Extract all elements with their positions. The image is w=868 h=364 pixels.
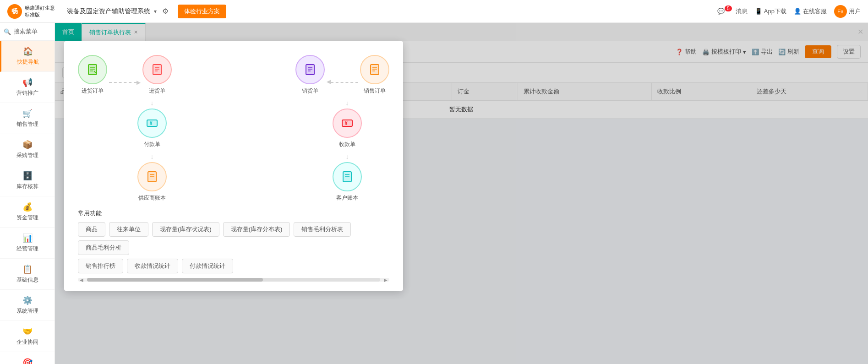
logo-symbol: 畅 (11, 7, 18, 16)
flow-node-supplier-ledger[interactable]: 供应商账本 (137, 162, 167, 202)
sidebar-item-quick-nav[interactable]: 🏠 快捷导航 (0, 41, 55, 72)
down-arrow-payment: ↓ (151, 99, 154, 107)
customer-ledger-circle (333, 162, 362, 191)
search-icon: 🔍 (4, 28, 11, 35)
payment-col: ↓ ¥ 付款单 (137, 99, 167, 148)
service-icon: 👤 (794, 8, 801, 15)
scrollbar-track[interactable] (87, 278, 380, 282)
purchase-bill-circle (142, 55, 172, 84)
arrow-purchase-order-to-bill: ▶ (109, 79, 141, 86)
common-functions-section: 常用功能 商品 往来单位 现存量(库存状况表) 现存量(库存分布表) 销售毛利分… (78, 209, 389, 273)
supplier-ledger-col: ↓ 供应商账本 (137, 153, 167, 202)
search-menu-item[interactable]: 🔍 搜索菜单 (0, 23, 55, 41)
down-arrow-receipt: ↓ (346, 99, 349, 107)
func-buttons-row1: 商品 往来单位 现存量(库存状况表) 现存量(库存分布表) 销售毛利分析表 商品… (78, 222, 389, 255)
receipt-col: ↓ ¥ 收款单 (333, 99, 362, 148)
basic-info-icon: 📋 (22, 264, 33, 274)
flow-middle-row: ↓ ¥ 付款单 ↓ ¥ 收款单 (82, 99, 389, 148)
purchase-icon: 📦 (22, 140, 33, 150)
customer-ledger-col: ↓ 客户账本 (333, 153, 362, 202)
sidebar-item-operations[interactable]: 📊 经营管理 (0, 228, 55, 259)
flow-node-purchase-order[interactable]: 进货订单 (78, 55, 107, 95)
sidebar: 🔍 搜索菜单 🏠 快捷导航 📢 营销推广 🛒 销售管理 📦 采购管理 🗄️ 库存… (0, 23, 55, 364)
sidebar-item-guide[interactable]: 🎯 新手引导 (0, 352, 55, 364)
flow-node-receipt[interactable]: ¥ 收款单 (333, 109, 362, 148)
down-arrow-supplier: ↓ (151, 153, 154, 160)
flow-node-customer-ledger[interactable]: 客户账本 (333, 162, 362, 202)
phone-icon: 📱 (755, 8, 762, 15)
sidebar-item-basic-info[interactable]: 📋 基础信息 (0, 259, 55, 290)
svg-rect-26 (148, 172, 156, 182)
message-icon: 💬 (717, 8, 725, 15)
flow-bottom-row: ↓ 供应商账本 ↓ 客户账本 (82, 153, 389, 202)
svg-text:¥: ¥ (150, 121, 153, 126)
func-btn-counterparty[interactable]: 往来单位 (109, 222, 148, 237)
sales-order-circle (360, 55, 389, 84)
online-service-button[interactable]: 👤 在线客服 (794, 7, 827, 16)
header-right: 💬 5 消息 📱 App下载 👤 在线客服 Ea 用户 (717, 5, 861, 18)
scrollbar-thumb[interactable] (87, 278, 263, 282)
svg-rect-10 (306, 65, 314, 75)
sidebar-item-marketing[interactable]: 📢 营销推广 (0, 72, 55, 103)
avatar: Ea (834, 5, 847, 18)
func-btn-payment-stats[interactable]: 付款情况统计 (182, 259, 233, 273)
finance-icon: 💰 (22, 202, 33, 212)
flow-node-sales-bill[interactable]: 销货单 (295, 55, 325, 95)
common-funcs-title: 常用功能 (78, 209, 389, 217)
svg-rect-30 (343, 172, 351, 182)
app-download-button[interactable]: 📱 App下载 (755, 7, 786, 16)
sales-icon: 🛒 (22, 109, 33, 119)
sidebar-item-sales[interactable]: 🛒 销售管理 (0, 103, 55, 134)
sidebar-item-purchase[interactable]: 📦 采购管理 (0, 134, 55, 165)
func-btn-sales-rank[interactable]: 销售排行榜 (78, 259, 123, 273)
arrow-sales-order-to-bill: ▶ (327, 79, 358, 86)
system-icon: ⚙️ (22, 295, 33, 305)
gear-icon[interactable]: ⚙ (162, 7, 169, 16)
sidebar-item-inventory[interactable]: 🗄️ 库存核算 (0, 165, 55, 196)
down-arrow-customer: ↓ (346, 153, 349, 160)
quick-nav-modal: 进货订单 ▶ 进货单 销货单 ▶ (64, 41, 403, 291)
sidebar-item-system[interactable]: ⚙️ 系统管理 (0, 290, 55, 321)
system-title-area: 装备及固定资产辅助管理系统 ▾ ⚙ 体验行业方案 (67, 5, 717, 18)
func-btn-product-profit[interactable]: 商品毛利分析 (78, 240, 129, 255)
func-buttons-row2: 销售排行榜 收款情况统计 付款情况统计 (78, 259, 389, 273)
logo-icon: 畅 (7, 4, 22, 19)
home-icon: 🏠 (23, 46, 33, 56)
svg-rect-15 (371, 65, 379, 75)
func-btn-receipt-stats[interactable]: 收款情况统计 (127, 259, 178, 273)
flow-node-payment[interactable]: ¥ 付款单 (137, 109, 167, 148)
flow-node-purchase-bill[interactable]: 进货单 (142, 55, 172, 95)
guide-icon: 🎯 (22, 358, 33, 364)
flow-top-row: 进货订单 ▶ 进货单 销货单 ▶ (78, 55, 389, 95)
svg-rect-5 (153, 65, 161, 75)
message-button[interactable]: 💬 5 消息 (717, 7, 748, 16)
receipt-circle: ¥ (333, 109, 362, 138)
scrollbar-right-arrow[interactable]: ▶ (382, 277, 389, 283)
system-dropdown-arrow[interactable]: ▾ (154, 8, 157, 15)
func-btn-stock-status[interactable]: 现存量(库存状况表) (152, 222, 219, 237)
top-header: 畅 畅康通好生意 标准版 装备及固定资产辅助管理系统 ▾ ⚙ 体验行业方案 💬 … (0, 0, 868, 23)
inventory-icon: 🗄️ (22, 171, 33, 181)
modal-scrollbar[interactable]: ◀ ▶ (78, 278, 389, 282)
logo-text: 畅康通好生意 标准版 (25, 5, 55, 18)
svg-text:¥: ¥ (345, 121, 348, 126)
func-btn-sales-profit[interactable]: 销售毛利分析表 (294, 222, 351, 237)
experience-button[interactable]: 体验行业方案 (178, 5, 226, 18)
sidebar-item-collab[interactable]: 🤝 企业协同 (0, 321, 55, 352)
sidebar-item-finance[interactable]: 💰 资金管理 (0, 196, 55, 228)
func-btn-product[interactable]: 商品 (78, 222, 105, 237)
func-btn-stock-dist[interactable]: 现存量(库存分布表) (223, 222, 290, 237)
flow-node-sales-order[interactable]: 销售订单 (360, 55, 389, 95)
payment-circle: ¥ (137, 109, 167, 138)
purchase-order-circle (78, 55, 107, 84)
supplier-ledger-circle (137, 162, 167, 191)
logo-area: 畅 畅康通好生意 标准版 (7, 4, 62, 19)
system-title-text: 装备及固定资产辅助管理系统 (67, 7, 150, 16)
scrollbar-left-arrow[interactable]: ◀ (78, 277, 85, 283)
operations-icon: 📊 (22, 233, 33, 243)
collab-icon: 🤝 (22, 326, 33, 337)
sales-bill-circle (295, 55, 325, 84)
marketing-icon: 📢 (22, 77, 33, 87)
user-area[interactable]: Ea 用户 (834, 5, 861, 18)
